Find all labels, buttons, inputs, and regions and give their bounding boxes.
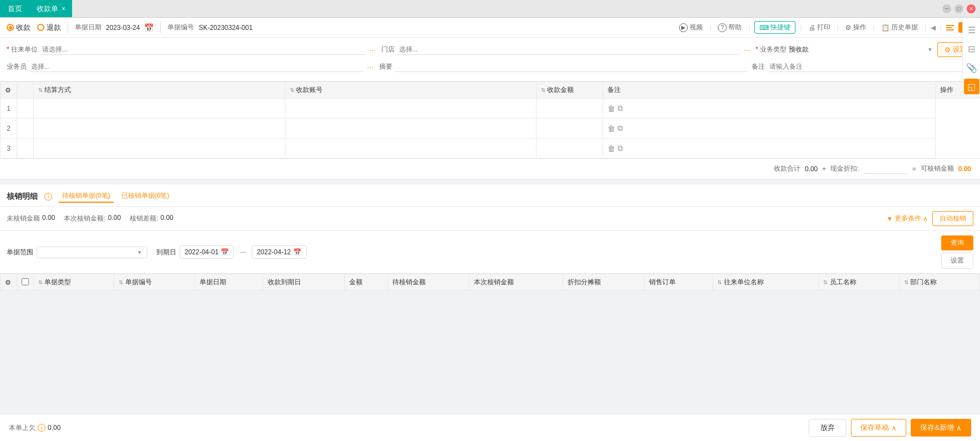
- tab-pending[interactable]: 待核销单据(0笔): [59, 190, 114, 203]
- video-label: 视频: [690, 23, 703, 32]
- select-all-checkbox[interactable]: [22, 278, 29, 285]
- td-settlement-2[interactable]: [17, 119, 34, 139]
- unverified-label: 未核销金额: [7, 214, 40, 223]
- amount-input-1[interactable]: [285, 99, 537, 118]
- tab-home[interactable]: 首页: [0, 0, 30, 17]
- business-dropdown-icon[interactable]: ▼: [927, 47, 933, 53]
- delete-icon-2[interactable]: 🗑: [608, 124, 615, 133]
- refund-radio-label: 退款: [47, 23, 61, 33]
- note-input-2[interactable]: [537, 119, 603, 138]
- td-account-3[interactable]: [34, 139, 285, 158]
- gear-header-icon: ⚙: [5, 86, 11, 94]
- date-to-picker[interactable]: 2022-04-12 📅: [252, 245, 306, 259]
- lth-gear[interactable]: ⚙: [1, 274, 17, 291]
- settlement-input-1[interactable]: [17, 99, 33, 118]
- plus-sign: +: [822, 165, 826, 173]
- tab-done[interactable]: 已核销单据(0笔): [118, 190, 173, 203]
- total-value: 0.00: [805, 165, 818, 173]
- receipt-radio[interactable]: 收款: [7, 23, 30, 33]
- action-cell-3: 🗑 ⧉: [603, 141, 935, 155]
- range-select[interactable]: ▼: [37, 247, 147, 258]
- amount-input-2[interactable]: [285, 119, 537, 138]
- history-label: 历史单据: [891, 23, 918, 32]
- account-input-1[interactable]: [34, 99, 285, 118]
- receipt-radio-label: 收款: [16, 23, 30, 33]
- refund-radio[interactable]: 退款: [37, 23, 61, 33]
- store-input[interactable]: [397, 44, 741, 55]
- partner-input[interactable]: [40, 44, 366, 55]
- verify-settings-button[interactable]: 设置: [941, 253, 973, 269]
- copy-icon-2[interactable]: ⧉: [617, 124, 623, 133]
- delete-icon-1[interactable]: 🗑: [608, 104, 615, 113]
- date-separator: —: [239, 248, 246, 256]
- staff-input[interactable]: [29, 61, 364, 72]
- tab-receipt[interactable]: 收款单 ×: [30, 0, 72, 17]
- store-more-icon[interactable]: ···: [742, 45, 751, 54]
- td-note-1[interactable]: [537, 99, 603, 119]
- discount-input[interactable]: [864, 163, 908, 174]
- settlement-input-3[interactable]: [17, 139, 33, 158]
- layout-icon[interactable]: [946, 25, 954, 30]
- td-note-2[interactable]: [537, 119, 603, 139]
- delete-icon-3[interactable]: 🗑: [608, 144, 615, 153]
- td-account-1[interactable]: [34, 99, 285, 119]
- help-button[interactable]: ? 帮助: [716, 22, 744, 33]
- note-input[interactable]: [767, 61, 973, 72]
- dept-header-label: 部门名称: [910, 278, 937, 286]
- partner-more-icon[interactable]: ···: [368, 45, 377, 54]
- history-button[interactable]: 📋 历史单据: [879, 22, 920, 33]
- business-field: 业务类型 预收款 ▼: [756, 45, 933, 54]
- lth-check[interactable]: [17, 274, 34, 291]
- th-settlement: ⇅ 结算方式: [34, 82, 285, 99]
- date-from-picker[interactable]: 2022-04-01 📅: [180, 245, 234, 259]
- discount-header-label: 折扣分摊额: [568, 278, 601, 286]
- th-gear[interactable]: ⚙: [1, 82, 17, 99]
- settlement-input-2[interactable]: [17, 119, 33, 138]
- auto-verify-button[interactable]: 自动核销: [932, 211, 973, 226]
- window-controls: ─ □ ✕: [942, 4, 980, 13]
- copy-icon-3[interactable]: ⧉: [617, 143, 623, 153]
- note-input-1[interactable]: [537, 99, 603, 118]
- note-input-3[interactable]: [537, 139, 603, 158]
- this-value: 0.00: [108, 214, 121, 223]
- verify-title: 核销明细: [7, 192, 38, 202]
- print-button[interactable]: 🖨 打印: [807, 22, 833, 33]
- td-settlement-1[interactable]: [17, 99, 34, 119]
- amount-input-3[interactable]: [285, 139, 537, 158]
- summary-input[interactable]: [395, 61, 747, 72]
- panel-attach-icon[interactable]: 📎: [964, 60, 979, 75]
- close-button[interactable]: ✕: [967, 4, 976, 13]
- more-conditions-button[interactable]: ▼ 更多条件 ∧: [886, 214, 928, 223]
- verify-info-icon[interactable]: i: [44, 193, 52, 201]
- video-button[interactable]: ▶ 视频: [677, 22, 705, 33]
- tab-close-icon[interactable]: ×: [62, 5, 65, 13]
- td-amount-3[interactable]: [285, 139, 537, 158]
- td-settlement-3[interactable]: [17, 139, 34, 158]
- copy-icon-1[interactable]: ⧉: [617, 104, 623, 113]
- due-date-field: 到期日 2022-04-01 📅 — 2022-04-12 📅: [156, 245, 307, 259]
- business-label: 业务类型: [756, 45, 787, 54]
- panel-expand-icon[interactable]: ◱: [964, 79, 979, 94]
- prev-icon[interactable]: ◀: [931, 24, 936, 32]
- shortcut-label: 快捷键: [770, 23, 790, 32]
- operation-button[interactable]: ⚙ 操作: [843, 22, 869, 33]
- td-note-3[interactable]: [537, 139, 603, 158]
- panel-list-icon[interactable]: ⊟: [964, 41, 979, 57]
- query-button[interactable]: 查询: [941, 235, 973, 250]
- account-input-3[interactable]: [34, 139, 285, 158]
- verify-tabs: 待核销单据(0笔) 已核销单据(0笔): [59, 190, 172, 203]
- lower-gear-icon: ⚙: [5, 279, 11, 286]
- td-amount-2[interactable]: [285, 119, 537, 139]
- toolbar-right: ▶ 视频 | ? 帮助 | ⌨ 快捷键 | 🖨 打印 | ⚙ 操作 | 📋 历史…: [677, 21, 973, 34]
- td-amount-1[interactable]: [285, 99, 537, 119]
- panel-table-icon[interactable]: ☰: [964, 22, 979, 38]
- calendar-icon[interactable]: 📅: [144, 23, 154, 32]
- maximize-button[interactable]: □: [955, 4, 963, 13]
- td-account-2[interactable]: [34, 119, 285, 139]
- minimize-button[interactable]: ─: [942, 4, 951, 13]
- account-input-2[interactable]: [34, 119, 285, 138]
- tab-receipt-label: 收款单: [37, 4, 58, 14]
- shortcut-button[interactable]: ⌨ 快捷键: [754, 21, 795, 34]
- lth-amount: 金额: [344, 274, 387, 291]
- staff-more-icon[interactable]: ···: [366, 63, 375, 71]
